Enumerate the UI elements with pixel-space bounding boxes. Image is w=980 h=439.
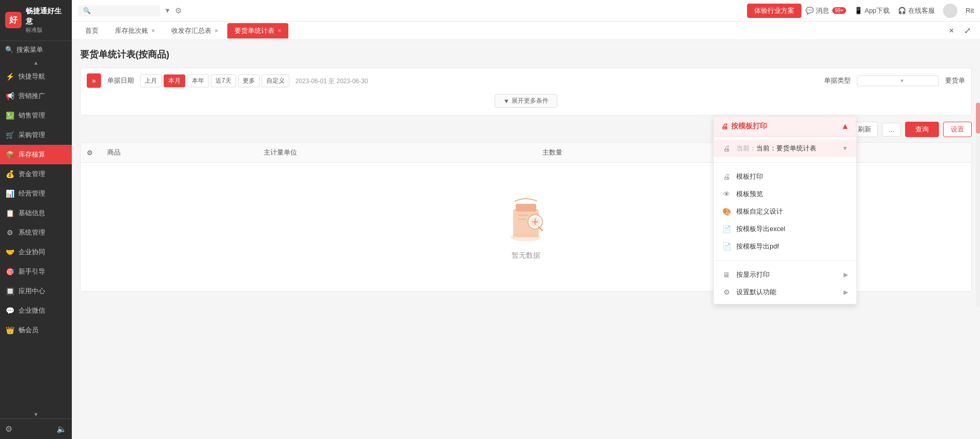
topbar-search[interactable]: 🔍 bbox=[78, 5, 160, 16]
tab-payment-summary[interactable]: 收发存汇总表 × bbox=[164, 23, 225, 39]
marketing-icon: 📢 bbox=[5, 92, 14, 100]
messages-label: 消息 bbox=[816, 6, 829, 15]
template-design-label: 模板自定义设计 bbox=[736, 207, 848, 216]
search-icon: 🔍 bbox=[5, 46, 13, 53]
date-btn-more[interactable]: 更多 bbox=[238, 74, 260, 87]
sidebar-item-guide[interactable]: 🎯 新手引导 bbox=[0, 262, 72, 281]
date-btn-custom[interactable]: 自定义 bbox=[262, 74, 289, 87]
empty-state-icon bbox=[500, 194, 552, 245]
sidebar-item-inventory[interactable]: 📦 库存核算 bbox=[0, 145, 72, 164]
topbar-dropdown-arrow[interactable]: ▼ bbox=[164, 7, 171, 14]
right-scrollbar[interactable] bbox=[976, 103, 980, 308]
topbar-right: 💬 消息 99+ 📱 App下载 🎧 在线客服 Rit bbox=[806, 4, 974, 18]
sidebar-item-basic[interactable]: 📋 基础信息 bbox=[0, 203, 72, 223]
template-preview-icon: 👁 bbox=[722, 190, 731, 198]
dropdown-item-template-design[interactable]: 🎨 模板自定义设计 bbox=[714, 203, 856, 220]
topbar-gear-icon[interactable]: ⚙ bbox=[175, 6, 182, 15]
sidebar-item-wechat[interactable]: 💬 企业微信 bbox=[0, 301, 72, 320]
dropdown-item-template-print[interactable]: 🖨 模板打印 bbox=[714, 168, 856, 185]
display-print-chevron-icon: ▶ bbox=[844, 271, 848, 278]
dropdown-item-template-pdf[interactable]: 📄 按模板导出pdf bbox=[714, 238, 856, 255]
sidebar-item-label: 应用中心 bbox=[18, 287, 45, 296]
order-type-label: 要货单 bbox=[945, 76, 965, 85]
sidebar-item-cooperation[interactable]: 🤝 企业协同 bbox=[0, 242, 72, 262]
basic-icon: 📋 bbox=[5, 209, 14, 217]
online-service-item[interactable]: 🎧 在线客服 bbox=[898, 6, 935, 15]
refresh-btn-label: 刷新 bbox=[858, 125, 871, 134]
template-pdf-icon: 📄 bbox=[722, 242, 731, 251]
tab-home[interactable]: 首页 bbox=[78, 23, 106, 39]
scroll-down-arrow[interactable]: ▼ bbox=[0, 410, 72, 418]
more-btn[interactable]: ... bbox=[882, 123, 901, 137]
sidebar-item-apps[interactable]: 🔲 应用中心 bbox=[0, 281, 72, 301]
template-design-icon: 🎨 bbox=[722, 207, 731, 216]
col-unit: 主计量单位 bbox=[258, 143, 536, 163]
column-settings-icon[interactable]: ⚙ bbox=[87, 149, 93, 157]
sidebar-item-operation[interactable]: 📊 经营管理 bbox=[0, 184, 72, 203]
date-btns: 上月 本月 本年 近7天 更多 自定义 bbox=[140, 74, 289, 87]
settings-btn[interactable]: 设置 bbox=[943, 122, 972, 137]
sidebar-item-member[interactable]: 👑 畅会员 bbox=[0, 320, 72, 340]
app-download-item[interactable]: 📱 App下载 bbox=[854, 6, 890, 15]
sidebar-item-label: 企业协同 bbox=[18, 247, 45, 257]
expand-icon: ▼ bbox=[503, 98, 509, 105]
tab-payment-summary-close[interactable]: × bbox=[214, 27, 218, 34]
apps-icon: 🔲 bbox=[5, 287, 14, 295]
print-dropdown-close-btn[interactable]: ▲ bbox=[841, 122, 849, 131]
query-btn[interactable]: 查询 bbox=[905, 122, 939, 137]
online-service-label: 在线客服 bbox=[908, 6, 935, 15]
current-item-icon: 🖨 bbox=[722, 144, 731, 152]
sidebar-item-purchase[interactable]: 🛒 采购管理 bbox=[0, 125, 72, 145]
messages-badge: 99+ bbox=[832, 7, 846, 14]
sidebar-item-marketing[interactable]: 📢 营销推广 bbox=[0, 86, 72, 106]
audio-footer-icon[interactable]: 🔈 bbox=[56, 424, 67, 434]
main-content: 🔍 ▼ ⚙ 体验行业方案 💬 消息 99+ 📱 App下载 🎧 在线客服 Rit bbox=[72, 0, 980, 439]
sidebar-item-label: 营销推广 bbox=[18, 91, 45, 101]
dropdown-item-display-print[interactable]: 🖥 按显示打印 ▶ bbox=[714, 266, 856, 283]
sidebar-item-label: 畅会员 bbox=[18, 326, 38, 335]
tab-inventory-batch[interactable]: 库存批次账 × bbox=[108, 23, 162, 39]
template-print-label: 模板打印 bbox=[736, 172, 848, 181]
sidebar-item-quick-nav[interactable]: ⚡ 快捷导航 bbox=[0, 67, 72, 86]
sidebar-item-system[interactable]: ⚙ 系统管理 bbox=[0, 223, 72, 242]
logo-subtitle: 标准版 bbox=[26, 26, 67, 34]
tab-close-all-btn[interactable]: × bbox=[946, 25, 957, 36]
dropdown-item-current[interactable]: 🖨 当前：当前：要货单统计表 ▼ bbox=[714, 140, 856, 157]
user-avatar bbox=[943, 4, 957, 18]
sidebar-item-finance[interactable]: 💰 资金管理 bbox=[0, 164, 72, 184]
settings-footer-icon[interactable]: ⚙ bbox=[5, 424, 12, 434]
tab-expand-btn[interactable]: ⤢ bbox=[961, 25, 974, 36]
app-icon: 📱 bbox=[854, 7, 863, 14]
tab-inventory-batch-label: 库存批次账 bbox=[115, 26, 148, 35]
date-btn-last-month[interactable]: 上月 bbox=[140, 74, 162, 87]
tab-inventory-batch-close[interactable]: × bbox=[151, 27, 155, 34]
date-filter-label: 单据日期 bbox=[107, 76, 134, 85]
scroll-up-arrow[interactable]: ▲ bbox=[0, 59, 72, 67]
date-range-container: 2023-06-01 至 2023-06-30 bbox=[296, 76, 368, 86]
tab-order-stats[interactable]: 要货单统计表 × bbox=[227, 23, 288, 39]
sidebar-search[interactable]: 🔍 搜索菜单 bbox=[0, 41, 72, 59]
expand-conditions-btn[interactable]: ▼ 展开更多条件 bbox=[495, 94, 557, 108]
tab-order-stats-close[interactable]: × bbox=[278, 27, 281, 34]
sidebar-item-label: 系统管理 bbox=[18, 228, 45, 237]
cooperation-icon: 🤝 bbox=[5, 248, 14, 256]
messages-item[interactable]: 💬 消息 99+ bbox=[806, 6, 846, 15]
date-btn-this-year[interactable]: 本年 bbox=[187, 74, 209, 87]
bill-type-select[interactable]: ▼ bbox=[857, 75, 939, 86]
dropdown-item-template-excel[interactable]: 📄 按模板导出excel bbox=[714, 220, 856, 238]
sidebar-item-sales[interactable]: 💹 销售管理 bbox=[0, 106, 72, 125]
filter-toggle-btn[interactable]: » bbox=[87, 73, 101, 88]
logo-text: 畅捷通好生意 标准版 bbox=[26, 6, 67, 34]
operation-icon: 📊 bbox=[5, 189, 14, 198]
filter-expand-row: ▼ 展开更多条件 bbox=[87, 92, 965, 110]
dropdown-item-set-default[interactable]: ⚙ 设置默认功能 ▶ bbox=[714, 283, 856, 301]
system-icon: ⚙ bbox=[5, 228, 14, 237]
current-prefix: 当前： bbox=[736, 144, 756, 152]
topbar-search-icon: 🔍 bbox=[83, 7, 91, 14]
print-dropdown-header: 🖨 按模板打印 ▲ bbox=[714, 117, 856, 137]
finance-icon: 💰 bbox=[5, 170, 14, 178]
date-btn-7days[interactable]: 近7天 bbox=[211, 74, 236, 87]
dropdown-item-template-preview[interactable]: 👁 模板预览 bbox=[714, 185, 856, 203]
date-btn-this-month[interactable]: 本月 bbox=[164, 74, 185, 87]
industry-btn[interactable]: 体验行业方案 bbox=[747, 4, 801, 18]
